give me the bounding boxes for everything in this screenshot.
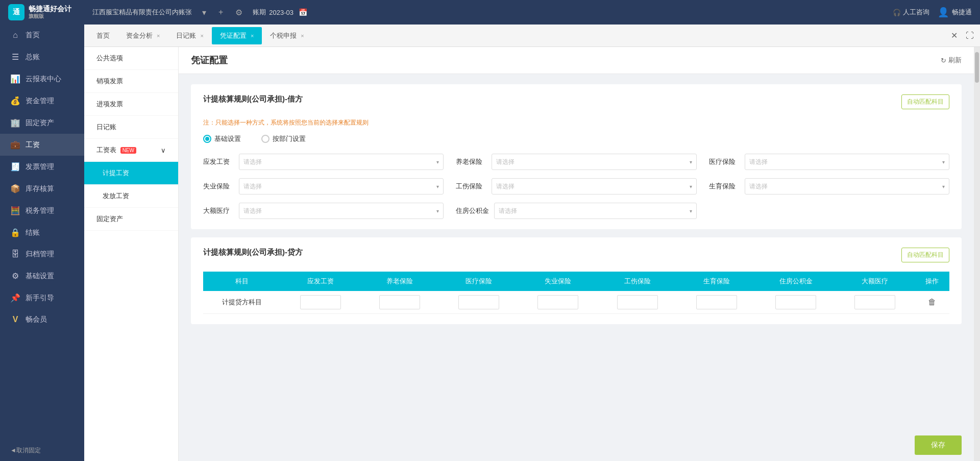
- left-nav-fixed-assets[interactable]: 固定资产: [84, 208, 178, 231]
- sidebar-item-capital[interactable]: 💰 资金管理: [0, 90, 84, 112]
- delete-row-icon[interactable]: 🗑: [928, 298, 936, 306]
- sidebar-label-assets: 固定资产: [26, 118, 54, 128]
- pension-label: 养老保险: [456, 157, 486, 166]
- field-medical: 医疗保险 请选择 ▾: [709, 154, 949, 170]
- row-housing-input[interactable]: [775, 295, 816, 309]
- add-account-btn[interactable]: +: [216, 6, 225, 19]
- row-pension-input[interactable]: [379, 295, 420, 309]
- left-nav-journal[interactable]: 日记账: [84, 116, 178, 139]
- radio-basic-circle: [203, 135, 211, 143]
- row-maternity-input[interactable]: [696, 295, 737, 309]
- left-nav-purchase[interactable]: 进项发票: [84, 93, 178, 116]
- field-housing-fund: 住房公积金 请选择 ▾: [456, 203, 696, 219]
- radio-department[interactable]: 按部门设置: [261, 134, 306, 143]
- field-pension: 养老保险 请选择 ▾: [456, 154, 696, 170]
- injury-select[interactable]: 请选择 ▾: [492, 178, 696, 195]
- tab-journal-close[interactable]: ×: [200, 33, 203, 39]
- large-medical-select[interactable]: 请选择 ▾: [239, 203, 444, 219]
- credit-auto-match-btn[interactable]: 自动匹配科目: [901, 248, 949, 262]
- period-area: 账期 2023-03 📅: [253, 6, 309, 18]
- injury-label: 工伤保险: [456, 182, 486, 191]
- sidebar-item-member[interactable]: V 畅会员: [0, 309, 84, 330]
- archive-icon: 🗄: [10, 250, 20, 259]
- tab-voucher[interactable]: 凭证配置 ×: [212, 27, 262, 44]
- capital-icon: 💰: [10, 96, 20, 106]
- maternity-select[interactable]: 请选择 ▾: [745, 178, 949, 195]
- row-operation-cell: 🗑: [915, 291, 949, 314]
- pension-arrow-icon: ▾: [690, 159, 692, 165]
- tax-icon: 🧮: [10, 206, 20, 215]
- row-medical-input[interactable]: [458, 295, 499, 309]
- left-nav-sales[interactable]: 销项发票: [84, 70, 178, 93]
- scrollbar-track[interactable]: [974, 47, 980, 461]
- injury-arrow-icon: ▾: [690, 184, 692, 189]
- left-nav-accrual[interactable]: 计提工资: [84, 162, 178, 185]
- sidebar-item-ledger[interactable]: ☰ 总账: [0, 46, 84, 68]
- radio-basic[interactable]: 基础设置: [203, 134, 241, 143]
- sidebar: ⌂ 首页 ☰ 总账 📊 云报表中心 💰 资金管理 🏢 固定资产 💼 工资 🧾 发…: [0, 25, 84, 461]
- sidebar-label-inventory: 库存核算: [26, 184, 54, 193]
- sidebar-item-assets[interactable]: 🏢 固定资产: [0, 112, 84, 134]
- debit-auto-match-btn[interactable]: 自动匹配科目: [901, 94, 949, 109]
- row-payroll-input[interactable]: [300, 295, 341, 309]
- calendar-btn[interactable]: 📅: [297, 6, 309, 18]
- sidebar-item-tax[interactable]: 🧮 税务管理: [0, 200, 84, 222]
- row-housing-input-cell: [756, 291, 836, 314]
- left-nav-pay[interactable]: 发放工资: [84, 185, 178, 208]
- payroll-select[interactable]: 请选择 ▾: [239, 154, 444, 170]
- row-unemployment-input[interactable]: [537, 295, 578, 309]
- tab-voucher-close[interactable]: ×: [251, 33, 254, 39]
- service-btn[interactable]: 🎧 人工咨询: [893, 8, 929, 17]
- chevron-down-icon: ∨: [161, 147, 166, 154]
- unemployment-label: 失业保险: [203, 182, 234, 191]
- save-button[interactable]: 保存: [915, 435, 962, 455]
- tab-tax-close[interactable]: ×: [301, 33, 304, 39]
- maternity-label: 生育保险: [709, 182, 740, 191]
- main-panel: 凭证配置 ↻ 刷新 计提核算规则(公司承担)-借方 自动匹配科目 注：只能: [179, 47, 974, 461]
- sidebar-item-inventory[interactable]: 📦 库存核算: [0, 178, 84, 200]
- row-injury-input[interactable]: [617, 295, 658, 309]
- company-dropdown-btn[interactable]: ▾: [200, 6, 208, 19]
- large-medical-arrow-icon: ▾: [436, 208, 439, 214]
- user-area[interactable]: 👤 畅捷通: [938, 7, 972, 18]
- invoice-icon: 🧾: [10, 162, 20, 172]
- tab-home[interactable]: 首页: [88, 27, 118, 44]
- medical-select[interactable]: 请选择 ▾: [745, 154, 949, 170]
- expand-tab-btn[interactable]: ⛶: [964, 29, 976, 42]
- close-all-tab-btn[interactable]: ✕: [949, 29, 960, 42]
- tab-journal[interactable]: 日记账 ×: [168, 27, 211, 44]
- headset-icon: 🎧: [893, 9, 901, 16]
- row-large-medical-input[interactable]: [854, 295, 895, 309]
- pension-select[interactable]: 请选择 ▾: [492, 154, 696, 170]
- sidebar-item-reports[interactable]: 📊 云报表中心: [0, 68, 84, 90]
- cancel-fixed-btn[interactable]: ◄取消固定: [0, 440, 84, 461]
- member-icon: V: [10, 315, 20, 324]
- new-badge: NEW: [120, 147, 136, 154]
- settings-btn[interactable]: ⚙: [233, 6, 244, 19]
- tab-voucher-label: 凭证配置: [220, 31, 247, 40]
- refresh-btn[interactable]: ↻ 刷新: [941, 56, 962, 65]
- tab-capital-close[interactable]: ×: [157, 33, 160, 39]
- payroll-label: 应发工资: [203, 157, 234, 166]
- sidebar-item-guide[interactable]: 📌 新手引导: [0, 287, 84, 309]
- left-nav-salary-table-group[interactable]: 工资表 NEW ∨: [84, 139, 178, 162]
- sidebar-item-archive[interactable]: 🗄 归档管理: [0, 244, 84, 265]
- housing-fund-select[interactable]: 请选择 ▾: [494, 203, 696, 219]
- sidebar-item-invoice[interactable]: 🧾 发票管理: [0, 156, 84, 178]
- logo-text: 畅捷通好会计: [29, 5, 71, 13]
- unemployment-select[interactable]: 请选择 ▾: [239, 178, 444, 195]
- tab-tax[interactable]: 个税申报 ×: [262, 27, 312, 44]
- tab-capital[interactable]: 资金分析 ×: [118, 27, 168, 44]
- sidebar-item-salary[interactable]: 💼 工资: [0, 134, 84, 156]
- settings-gear-icon: ⚙: [10, 271, 20, 281]
- sidebar-item-close[interactable]: 🔒 结账: [0, 222, 84, 244]
- tab-tax-label: 个税申报: [270, 31, 297, 40]
- sidebar-item-settings[interactable]: ⚙ 基础设置: [0, 265, 84, 287]
- sidebar-item-home[interactable]: ⌂ 首页: [0, 25, 84, 46]
- th-maternity: 生育保险: [677, 272, 756, 291]
- left-nav-public[interactable]: 公共选项: [84, 47, 178, 70]
- scroll-content[interactable]: 计提核算规则(公司承担)-借方 自动匹配科目 注：只能选择一种方式，系统将按照您…: [179, 74, 974, 429]
- large-medical-placeholder: 请选择: [243, 207, 262, 215]
- scrollbar-thumb[interactable]: [975, 52, 979, 83]
- row-unemployment-input-cell: [519, 291, 598, 314]
